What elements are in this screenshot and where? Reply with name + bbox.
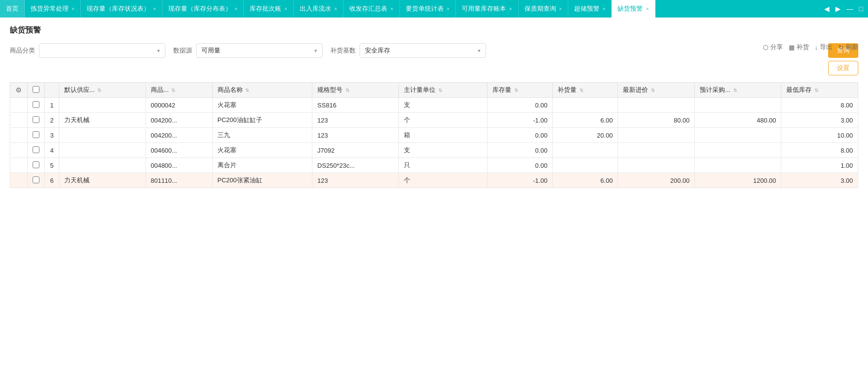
export-icon: ↓ bbox=[815, 44, 818, 51]
row-stock: -1.00 bbox=[487, 173, 552, 188]
nav-inventory-status-close[interactable]: × bbox=[153, 6, 156, 12]
datasource-select[interactable]: 可用量 ▾ bbox=[196, 43, 323, 58]
row-estimated: 480.00 bbox=[695, 113, 781, 128]
share-button[interactable]: ⬡ 分享 bbox=[763, 43, 783, 52]
nav-picking[interactable]: 拣货异常处理 × bbox=[25, 0, 81, 18]
nav-prev-arrow[interactable]: ◀ bbox=[821, 3, 832, 15]
datasource-dropdown-icon: ▾ bbox=[314, 48, 317, 54]
row-checkbox-cell[interactable] bbox=[28, 173, 45, 188]
nav-shortage-close[interactable]: × bbox=[646, 6, 649, 12]
refresh-button[interactable]: ↻ 刷新 bbox=[838, 43, 858, 52]
category-select[interactable]: ▾ bbox=[39, 43, 165, 58]
col-replenish[interactable]: 补货量 ⇅ bbox=[553, 83, 618, 98]
row-latest-price bbox=[618, 98, 695, 113]
row-checkbox-cell[interactable] bbox=[28, 128, 45, 143]
nav-maximize[interactable]: □ bbox=[856, 3, 866, 15]
nav-demand-close[interactable]: × bbox=[447, 6, 450, 12]
row-latest-price: 80.00 bbox=[618, 113, 695, 128]
nav-demand[interactable]: 要货单统计表 × bbox=[400, 0, 456, 18]
nav-flow-label: 出入库流水 bbox=[300, 4, 331, 13]
replenish-filter-group: 补货基数 安全库存 ▾ bbox=[330, 43, 486, 58]
nav-overstock-close[interactable]: × bbox=[602, 6, 605, 12]
row-code: 004800... bbox=[145, 158, 212, 173]
col-latest-price[interactable]: 最新进价 ⇅ bbox=[618, 83, 695, 98]
nav-shortage-label: 缺货预警 bbox=[617, 4, 643, 13]
col-name[interactable]: 商品名称 ⇅ bbox=[212, 83, 312, 98]
row-checkbox[interactable] bbox=[33, 176, 39, 183]
col-settings[interactable]: ⚙ bbox=[10, 83, 28, 98]
nav-available-close[interactable]: × bbox=[509, 6, 512, 12]
select-all-checkbox[interactable] bbox=[33, 86, 39, 93]
row-latest-price: 200.00 bbox=[618, 173, 695, 188]
nav-inventory-dist[interactable]: 现存量（库存分布表） × bbox=[163, 0, 244, 18]
nav-summary-close[interactable]: × bbox=[390, 6, 393, 12]
row-checkbox[interactable] bbox=[33, 101, 39, 108]
replenish-select-value: 安全库存 bbox=[365, 46, 474, 55]
row-latest-price bbox=[618, 128, 695, 143]
row-estimated bbox=[695, 98, 781, 113]
settings-gear-icon[interactable]: ⚙ bbox=[16, 86, 22, 94]
row-checkbox-cell[interactable] bbox=[28, 98, 45, 113]
row-checkbox[interactable] bbox=[33, 131, 39, 138]
nav-home[interactable]: 首页 bbox=[0, 0, 25, 18]
nav-inventory-dist-close[interactable]: × bbox=[235, 6, 237, 12]
row-unit: 支 bbox=[399, 143, 488, 158]
row-min-stock: 10.00 bbox=[781, 128, 858, 143]
page-title: 缺货预警 bbox=[10, 25, 858, 35]
nav-shortage[interactable]: 缺货预警 × bbox=[612, 0, 655, 18]
row-latest-price bbox=[618, 143, 695, 158]
row-code: 004600... bbox=[145, 143, 212, 158]
row-stock: 0.00 bbox=[487, 143, 552, 158]
nav-flow[interactable]: 出入库流水 × bbox=[294, 0, 344, 18]
col-supplier[interactable]: 默认供应... ⇅ bbox=[59, 83, 146, 98]
row-checkbox[interactable] bbox=[33, 116, 39, 123]
col-code[interactable]: 商品... ⇅ bbox=[145, 83, 212, 98]
row-supplier bbox=[59, 143, 146, 158]
row-checkbox-cell[interactable] bbox=[28, 113, 45, 128]
row-name: 火花塞 bbox=[212, 143, 312, 158]
col-estimated[interactable]: 预计采购... ⇅ bbox=[695, 83, 781, 98]
col-spec[interactable]: 规格型号 ⇅ bbox=[312, 83, 399, 98]
nav-overstock[interactable]: 超储预警 × bbox=[568, 0, 612, 18]
nav-expiry[interactable]: 保质期查询 × bbox=[519, 0, 568, 18]
row-replenish bbox=[553, 143, 618, 158]
name-sort-icon: ⇅ bbox=[245, 88, 249, 93]
row-settings-cell bbox=[10, 113, 28, 128]
row-code: 0000042 bbox=[145, 98, 212, 113]
nav-demand-label: 要货单统计表 bbox=[406, 4, 444, 13]
col-stock[interactable]: 库存量 ⇅ bbox=[487, 83, 552, 98]
export-button[interactable]: ↓ 导出 bbox=[815, 43, 833, 52]
nav-batch-close[interactable]: × bbox=[284, 6, 287, 12]
replenish-button[interactable]: ▦ 补货 bbox=[789, 43, 809, 52]
nav-next-arrow[interactable]: ▶ bbox=[832, 3, 844, 15]
row-checkbox[interactable] bbox=[33, 161, 39, 168]
nav-available-label: 可用量库存账本 bbox=[462, 4, 506, 13]
table-row: 4 004600... 火花塞 J7092 支 0.00 8.00 bbox=[10, 143, 858, 158]
nav-inventory-dist-label: 现存量（库存分布表） bbox=[168, 4, 232, 13]
nav-minimize[interactable]: — bbox=[844, 3, 856, 15]
row-replenish: 6.00 bbox=[553, 173, 618, 188]
row-checkbox-cell[interactable] bbox=[28, 143, 45, 158]
col-min-stock[interactable]: 最低库存 ⇅ bbox=[781, 83, 858, 98]
replenish-filter-label: 补货基数 bbox=[330, 46, 356, 55]
category-filter-label: 商品分类 bbox=[10, 46, 35, 55]
nav-batch[interactable]: 库存批次账 × bbox=[244, 0, 293, 18]
datasource-filter-label: 数据源 bbox=[173, 46, 192, 55]
nav-summary[interactable]: 收发存汇总表 × bbox=[344, 0, 399, 18]
row-spec: J7092 bbox=[312, 143, 399, 158]
row-checkbox[interactable] bbox=[33, 146, 39, 153]
nav-available[interactable]: 可用量库存账本 × bbox=[456, 0, 518, 18]
row-settings-cell bbox=[10, 128, 28, 143]
row-replenish bbox=[553, 98, 618, 113]
nav-flow-close[interactable]: × bbox=[334, 6, 337, 12]
row-unit: 箱 bbox=[399, 128, 488, 143]
nav-arrow-group: ◀ ▶ — □ bbox=[819, 3, 868, 15]
settings-button[interactable]: 设置 bbox=[828, 61, 858, 75]
col-unit[interactable]: 主计量单位 ⇅ bbox=[399, 83, 488, 98]
nav-picking-close[interactable]: × bbox=[72, 6, 74, 12]
nav-inventory-status[interactable]: 现存量（库存状况表） × bbox=[81, 0, 162, 18]
replenish-select[interactable]: 安全库存 ▾ bbox=[360, 43, 486, 58]
row-checkbox-cell[interactable] bbox=[28, 158, 45, 173]
nav-expiry-close[interactable]: × bbox=[559, 6, 562, 12]
spec-sort-icon: ⇅ bbox=[345, 88, 349, 93]
